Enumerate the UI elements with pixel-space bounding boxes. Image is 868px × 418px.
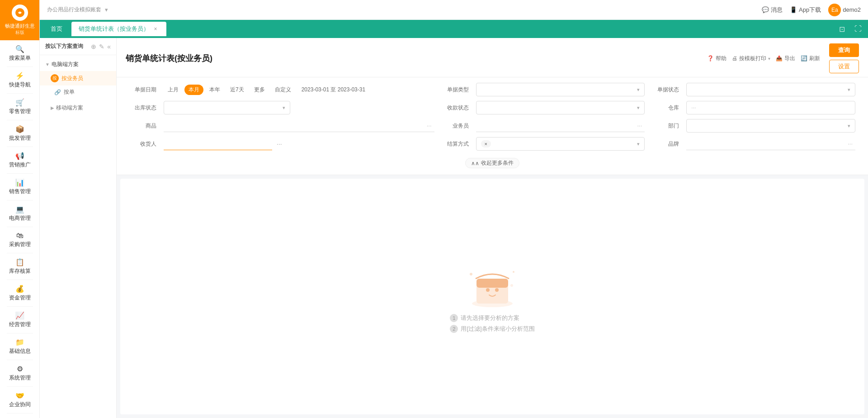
filter-col-receiver: 收货人 ··· — [126, 138, 438, 150]
template-print-btn[interactable]: 🖨 按模板打印 ▾ — [732, 55, 770, 62]
sidebar-item-采购管理[interactable]: 🛍采购管理 — [7, 227, 33, 253]
breadcrumb-dropdown-icon[interactable]: ▾ — [105, 6, 108, 13]
filter-col-outstatus: 出库状态 ▾ — [126, 101, 438, 114]
sidebar-item-搜索菜单[interactable]: 🔍搜索菜单 — [7, 40, 33, 67]
query-btn[interactable]: 查询 — [829, 43, 859, 57]
mobile-scheme-group[interactable]: ▶ 移动端方案 — [40, 101, 116, 114]
receipt-status-select[interactable]: ▾ — [476, 101, 645, 114]
sidebar-label-13: 企业协同 — [9, 401, 31, 408]
tab-restore-btn[interactable]: ⊡ — [835, 23, 848, 35]
svg-point-6 — [470, 273, 472, 276]
sidebar-icon-12: ⚙ — [9, 365, 31, 373]
sidebar-item-库存核算[interactable]: 📋库存核算 — [7, 253, 33, 280]
out-status-label: 出库状态 — [129, 104, 161, 112]
sidebar-label-10: 经营管理 — [9, 321, 31, 328]
brand-input[interactable]: ··· — [686, 138, 855, 150]
goods-dots: ··· — [427, 122, 434, 129]
date-pill-lastmonth[interactable]: 上月 — [164, 85, 183, 95]
collapse-btn[interactable]: ∧∧ 收起更多条件 — [465, 158, 519, 168]
salesperson-input[interactable]: ··· — [476, 119, 645, 132]
sidebar-item-经营管理[interactable]: 📈经营管理 — [7, 307, 33, 333]
sidebar-item-快捷导航[interactable]: ⚡快捷导航 — [7, 67, 33, 94]
settlement-tag: × — [481, 140, 491, 147]
collapse-panel-icon[interactable]: « — [107, 43, 111, 50]
svg-point-5 — [495, 288, 499, 292]
sidebar-icon-2: 🛒 — [9, 98, 31, 107]
date-pill-thismonth[interactable]: 本月 — [184, 85, 203, 95]
sidebar-icon-3: 📦 — [9, 125, 31, 133]
receiver-input[interactable] — [164, 138, 272, 150]
add-scheme-icon[interactable]: ⊕ — [91, 43, 96, 50]
user-info[interactable]: Ea demo2 — [828, 4, 861, 16]
empty-hint: 1 请先选择要分析的方案 2 用[过滤]条件来缩小分析范围 — [450, 261, 534, 333]
sidebar-label-0: 搜索菜单 — [9, 54, 31, 62]
filter-col-brand: 品牌 ··· — [648, 138, 859, 150]
app-download-btn[interactable]: 📱 App下载 — [790, 6, 821, 14]
department-label: 部门 — [652, 122, 684, 130]
sidebar-item-零售管理[interactable]: 🛒零售管理 — [7, 94, 33, 120]
setting-btn[interactable]: 设置 — [829, 60, 859, 73]
tab-report[interactable]: 销货单统计表（按业务员） × — [71, 22, 166, 36]
export-label: 导出 — [784, 55, 795, 62]
sidebar-icon-13: 🤝 — [9, 391, 31, 400]
filter-col-doctype: 单据类型 ▾ — [438, 83, 649, 96]
breadcrumb-text: 办公用品行业模拟账套 — [47, 6, 101, 14]
tab-home[interactable]: 首页 — [43, 22, 70, 36]
sidebar-item-新手引导[interactable]: 🎯新手引导 — [7, 413, 33, 418]
export-btn[interactable]: 📤 导出 — [776, 55, 795, 62]
sidebar-item-资金管理[interactable]: 💰资金管理 — [7, 280, 33, 307]
date-pill-more[interactable]: 更多 — [250, 85, 269, 95]
desktop-scheme-title[interactable]: ▼ 电脑端方案 — [40, 58, 116, 71]
filter-area: 单据日期 上月 本月 本年 近7天 更多 自定义 2023-03-01 至 20… — [117, 77, 868, 175]
sidebar-label-1: 快捷导航 — [9, 81, 31, 89]
settlement-select[interactable]: × ▾ — [476, 137, 645, 151]
sidebar-item-企业协同[interactable]: 🤝企业协同 — [7, 387, 33, 413]
sidebar-item-营销推广[interactable]: 📢营销推广 — [7, 147, 33, 174]
filter-col-warehouse: 仓库 ··· — [648, 101, 859, 114]
edit-scheme-icon[interactable]: ✎ — [99, 43, 104, 50]
department-select[interactable]: ▾ — [686, 119, 855, 133]
sidebar-item-销售管理[interactable]: 📊销售管理 — [7, 174, 33, 200]
message-icon: 💬 — [762, 6, 769, 13]
date-range-text: 2023-03-01 至 2023-03-31 — [302, 86, 365, 94]
out-status-select[interactable]: ▾ — [164, 101, 290, 114]
goods-input[interactable]: ··· — [164, 119, 434, 132]
date-pill-7days[interactable]: 近7天 — [226, 85, 248, 95]
sidebar-item-系统管理[interactable]: ⚙系统管理 — [7, 360, 33, 387]
refresh-btn[interactable]: 🔄 刷新 — [801, 55, 820, 62]
help-btn[interactable]: ❓ 帮助 — [707, 55, 726, 62]
receiver-dots[interactable]: ··· — [277, 140, 282, 147]
scheme-item-salesperson[interactable]: 按 按业务员 — [40, 71, 116, 86]
filter-col-docstatus: 单据状态 ▾ — [648, 83, 859, 96]
app-logo[interactable]: 畅捷通好生意 标版 — [0, 0, 40, 40]
sidebar-item-电商管理[interactable]: 💻电商管理 — [7, 200, 33, 227]
goods-label: 商品 — [129, 122, 161, 130]
warehouse-select[interactable]: ··· — [686, 101, 855, 114]
sidebar-label-9: 资金管理 — [9, 294, 31, 302]
empty-hint-row-2: 2 用[过滤]条件来缩小分析范围 — [450, 325, 534, 333]
doc-type-label: 单据类型 — [442, 86, 473, 94]
date-pill-thisyear[interactable]: 本年 — [205, 85, 224, 95]
sidebar-icon-8: 📋 — [9, 258, 31, 266]
template-print-icon: 🖨 — [732, 55, 737, 62]
message-btn[interactable]: 💬 消息 — [762, 6, 783, 14]
date-pill-custom[interactable]: 自定义 — [271, 85, 295, 95]
step-badge-1: 1 — [450, 314, 458, 322]
sidebar-label-3: 批发管理 — [9, 134, 31, 142]
sidebar: 畅捷通好生意 标版 🔍搜索菜单⚡快捷导航🛒零售管理📦批发管理📢营销推广📊销售管理… — [0, 0, 40, 418]
scheme-sub-item-order[interactable]: 🔗 按单 — [40, 86, 116, 99]
tab-maximize-btn[interactable]: ⛶ — [852, 23, 864, 35]
salesperson-label: 业务员 — [442, 122, 473, 130]
doc-status-select[interactable]: ▾ — [686, 83, 855, 96]
user-avatar: Ea — [828, 4, 841, 16]
sidebar-label-8: 库存核算 — [9, 267, 31, 275]
sidebar-item-批发管理[interactable]: 📦批发管理 — [7, 120, 33, 147]
topbar: 办公用品行业模拟账套 ▾ 💬 消息 📱 App下载 Ea demo2 — [40, 0, 868, 20]
tab-report-close[interactable]: × — [152, 25, 159, 33]
doc-type-select[interactable]: ▾ — [476, 83, 645, 96]
page-title-bar: 销货单统计表(按业务员) ❓ 帮助 🖨 按模板打印 ▾ 📤 导出 — [117, 38, 868, 77]
sidebar-label-4: 营销推广 — [9, 161, 31, 169]
settlement-tag-close[interactable]: × — [485, 141, 487, 147]
filter-col-goods: 商品 ··· — [126, 119, 438, 132]
sidebar-item-基础信息[interactable]: 📁基础信息 — [7, 333, 33, 360]
